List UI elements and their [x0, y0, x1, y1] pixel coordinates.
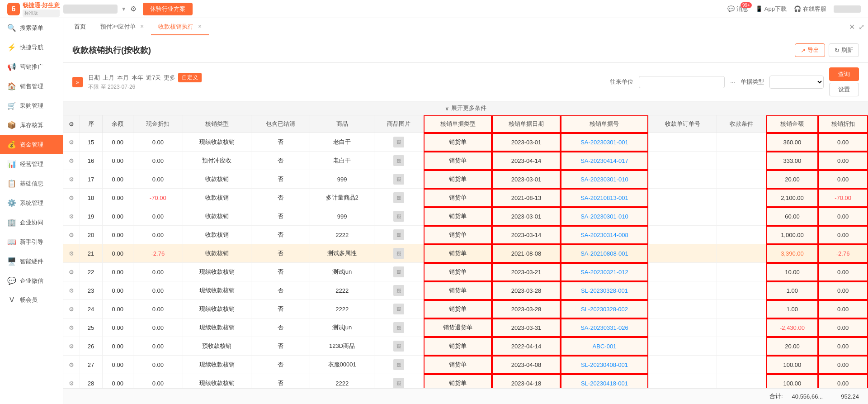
partner-more-icon[interactable]: ···	[730, 79, 735, 86]
sidebar-item-basic[interactable]: 📋 基础信息	[0, 174, 63, 193]
cell-gear[interactable]: ⚙	[63, 337, 80, 356]
voucher-type-select[interactable]	[769, 76, 824, 89]
export-button[interactable]: ↗ 导出	[795, 43, 825, 57]
cell-verify-no[interactable]: SL-20230418-001	[561, 374, 649, 389]
row-gear-icon[interactable]: ⚙	[69, 195, 74, 201]
cell-gear[interactable]: ⚙	[63, 226, 80, 244]
query-button[interactable]: 查询	[829, 67, 859, 81]
cell-verify-no[interactable]: SA-20230301-001	[561, 133, 649, 152]
settings-icon[interactable]: ⚙	[130, 5, 139, 14]
dropdown-arrow-icon[interactable]: ▼	[121, 6, 127, 12]
row-gear-icon[interactable]: ⚙	[69, 157, 74, 164]
verify-no-link[interactable]: SA-20230331-026	[580, 324, 628, 331]
cell-verify-no[interactable]: SL-20230408-001	[561, 356, 649, 374]
tab-close-all-icon[interactable]: ✕	[849, 23, 855, 31]
verify-no-link[interactable]: SA-20230314-008	[580, 232, 628, 238]
sidebar-item-business[interactable]: 📊 经营管理	[0, 154, 63, 174]
settings-button[interactable]: 设置	[829, 83, 859, 96]
sidebar-item-guide[interactable]: 📖 新手引导	[0, 232, 63, 252]
tab-receive[interactable]: 收款核销执行 ✕	[151, 19, 209, 35]
cell-gear[interactable]: ⚙	[63, 244, 80, 263]
cell-verify-no[interactable]: SA-20230414-017	[561, 152, 649, 170]
verify-no-link[interactable]: SL-20230328-002	[581, 306, 628, 313]
date-option-this-year[interactable]: 本年	[132, 74, 143, 82]
cell-verify-no[interactable]: ABC-001	[561, 337, 649, 356]
verify-no-link[interactable]: SA-20210813-001	[580, 195, 628, 201]
tab-expand-icon[interactable]: ⤢	[859, 23, 864, 31]
cell-gear[interactable]: ⚙	[63, 374, 80, 389]
sidebar-item-system[interactable]: ⚙️ 系统管理	[0, 193, 63, 213]
row-gear-icon[interactable]: ⚙	[69, 269, 74, 276]
row-gear-icon[interactable]: ⚙	[69, 361, 74, 368]
tab-receive-close-icon[interactable]: ✕	[198, 24, 202, 29]
cell-gear[interactable]: ⚙	[63, 133, 80, 152]
filter-expand-button[interactable]: »	[72, 77, 83, 87]
col-header-settings[interactable]: ⚙	[63, 115, 80, 133]
verify-no-link[interactable]: SL-20230408-001	[581, 361, 628, 368]
tab-prepay[interactable]: 预付冲应付单 ✕	[93, 19, 151, 35]
sidebar-item-purchase[interactable]: 🛒 采购管理	[0, 96, 63, 115]
cell-gear[interactable]: ⚙	[63, 281, 80, 300]
sidebar-item-search[interactable]: 🔍 搜索菜单	[0, 18, 63, 38]
partner-input[interactable]	[639, 76, 725, 88]
sidebar-item-quick-nav[interactable]: ⚡ 快捷导航	[0, 38, 63, 57]
notification-area[interactable]: 💬 消息 99+	[727, 5, 748, 13]
cell-gear[interactable]: ⚙	[63, 356, 80, 374]
industry-button[interactable]: 休验行业方案	[143, 3, 193, 15]
row-gear-icon[interactable]: ⚙	[69, 139, 74, 146]
row-gear-icon[interactable]: ⚙	[69, 324, 74, 331]
cell-verify-no[interactable]: SA-20210813-001	[561, 189, 649, 207]
verify-no-link[interactable]: SA-20230301-010	[580, 213, 628, 220]
sidebar-item-sales[interactable]: 🏠 销售管理	[0, 76, 63, 96]
cell-verify-no[interactable]: SA-20230314-008	[561, 226, 649, 244]
verify-no-link[interactable]: SA-20230301-010	[580, 176, 628, 183]
table-settings-icon[interactable]: ⚙	[69, 121, 74, 128]
sidebar-item-inventory[interactable]: 📦 库存核算	[0, 115, 63, 135]
cell-verify-no[interactable]: SA-20210808-001	[561, 244, 649, 263]
verify-no-link[interactable]: ABC-001	[593, 343, 617, 350]
sidebar-item-finance[interactable]: 💰 资金管理	[0, 135, 63, 154]
date-option-more[interactable]: 更多	[164, 74, 175, 82]
sidebar-item-marketing[interactable]: 📢 营销推广	[0, 57, 63, 76]
row-gear-icon[interactable]: ⚙	[69, 232, 74, 238]
verify-no-link[interactable]: SL-20230418-001	[581, 380, 628, 387]
verify-no-link[interactable]: SA-20210808-001	[580, 250, 628, 257]
tab-prepay-close-icon[interactable]: ✕	[140, 24, 144, 29]
support-area[interactable]: 🎧 在线客服	[794, 5, 826, 13]
cell-verify-no[interactable]: SL-20230328-001	[561, 281, 649, 300]
cell-gear[interactable]: ⚙	[63, 300, 80, 318]
sidebar-item-wechat[interactable]: 💬 企业微信	[0, 271, 63, 290]
tab-home[interactable]: 首页	[67, 19, 93, 35]
date-option-last-7days[interactable]: 近7天	[146, 74, 161, 82]
sidebar-item-hardware[interactable]: 🖥️ 智能硬件	[0, 252, 63, 271]
verify-no-link[interactable]: SA-20230414-017	[580, 157, 628, 164]
expand-more-button[interactable]: ∨ 展开更多条件	[445, 104, 486, 112]
refresh-button[interactable]: ↻ 刷新	[829, 43, 859, 57]
cell-verify-no[interactable]: SA-20230321-012	[561, 263, 649, 281]
row-gear-icon[interactable]: ⚙	[69, 306, 74, 313]
sidebar-item-member[interactable]: V 畅会员	[0, 290, 63, 309]
cell-verify-no[interactable]: SL-20230328-002	[561, 300, 649, 318]
date-option-this-month[interactable]: 本月	[117, 74, 129, 82]
row-gear-icon[interactable]: ⚙	[69, 287, 74, 294]
date-option-custom[interactable]: 自定义	[178, 73, 202, 82]
verify-no-link[interactable]: SA-20230301-001	[580, 139, 628, 146]
verify-no-link[interactable]: SA-20230321-012	[580, 269, 628, 276]
cell-verify-no[interactable]: SA-20230331-026	[561, 318, 649, 337]
cell-gear[interactable]: ⚙	[63, 170, 80, 189]
row-gear-icon[interactable]: ⚙	[69, 343, 74, 350]
cell-verify-no[interactable]: SA-20230301-010	[561, 207, 649, 226]
sidebar-item-enterprise[interactable]: 🏢 企业协同	[0, 213, 63, 232]
row-gear-icon[interactable]: ⚙	[69, 213, 74, 220]
row-gear-icon[interactable]: ⚙	[69, 380, 74, 387]
app-download-area[interactable]: 📱 App下载	[755, 5, 787, 13]
cell-gear[interactable]: ⚙	[63, 263, 80, 281]
verify-no-link[interactable]: SL-20230328-001	[581, 287, 628, 294]
cell-gear[interactable]: ⚙	[63, 189, 80, 207]
row-gear-icon[interactable]: ⚙	[69, 176, 74, 183]
table-container[interactable]: ⚙ 序 余额 现金折扣 核销类型 包含已结清 商品 商品图片 核销单据类型 核销…	[63, 115, 868, 388]
cell-gear[interactable]: ⚙	[63, 318, 80, 337]
cell-verify-no[interactable]: SA-20230301-010	[561, 170, 649, 189]
cell-gear[interactable]: ⚙	[63, 152, 80, 170]
date-option-last-month[interactable]: 上月	[103, 74, 114, 82]
